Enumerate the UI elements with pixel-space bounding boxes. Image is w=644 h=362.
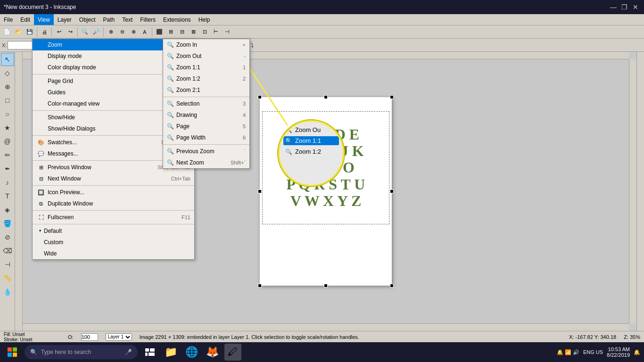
- minimize-button[interactable]: —: [610, 3, 618, 11]
- search-icon: 🔍: [30, 349, 37, 355]
- paint-tool[interactable]: 🪣: [1, 217, 14, 230]
- inkscape-button[interactable]: 🖊: [224, 344, 241, 361]
- spiral-tool[interactable]: @: [1, 135, 14, 148]
- select-tool[interactable]: ↖: [1, 53, 14, 66]
- submenu-drawing[interactable]: 🔍 Drawing 4: [163, 109, 249, 121]
- menu-layer[interactable]: Layer: [54, 14, 75, 25]
- spray-tool[interactable]: ⊘: [1, 230, 14, 244]
- notification-icon[interactable]: 🔔: [634, 349, 640, 355]
- submenu-zoom-in[interactable]: 🔍 Zoom In +: [163, 39, 249, 50]
- gradient-tool[interactable]: ◈: [1, 203, 14, 216]
- menu-item-default[interactable]: • Default: [33, 225, 194, 237]
- menu-item-wide[interactable]: Wide: [33, 248, 194, 259]
- dropper-tool[interactable]: 💧: [1, 285, 14, 298]
- tb-icon4[interactable]: A: [140, 27, 150, 37]
- tb-icon8[interactable]: ⊠: [188, 27, 198, 37]
- menu-item-next-window[interactable]: ⊟ Next Window Ctrl+Tab: [33, 173, 194, 184]
- firefox-button[interactable]: 🦊: [204, 344, 221, 361]
- handle-tm[interactable]: [324, 95, 328, 99]
- handle-tr[interactable]: [390, 95, 394, 99]
- zoom-tool[interactable]: ⊕: [1, 80, 14, 93]
- undo-button[interactable]: ↩: [54, 27, 64, 37]
- eraser-tool[interactable]: ⌫: [1, 244, 14, 257]
- submenu-selection[interactable]: 🔍 Selection 3: [163, 98, 249, 109]
- search-bar[interactable]: 🔍 Type here to search 🎤: [25, 345, 138, 359]
- opacity-input[interactable]: [81, 333, 98, 341]
- handle-br[interactable]: [390, 284, 394, 288]
- layer-select[interactable]: Layer 1: [106, 333, 132, 341]
- coord-display: X: -167.82 Y: 340.18: [569, 334, 616, 340]
- handle-tl[interactable]: [258, 95, 262, 99]
- star-tool[interactable]: ★: [1, 121, 14, 134]
- new-button[interactable]: 📄: [2, 27, 12, 37]
- zoom-in-icon: 🔍: [167, 41, 176, 48]
- print-button[interactable]: 🖨: [39, 27, 50, 37]
- tb-icon9[interactable]: ⊡: [199, 27, 210, 37]
- mag-zoom-1-1-icon: 🔍: [285, 138, 292, 144]
- menu-item-fullscreen[interactable]: ⛶ Fullscreen F11: [33, 212, 194, 223]
- maximize-button[interactable]: ❐: [621, 3, 629, 11]
- menu-item-icon-preview[interactable]: 🔲 Icon Preview...: [33, 187, 194, 198]
- svg-rect-3: [8, 353, 12, 357]
- vertical-ruler: [15, 52, 23, 331]
- pencil-tool[interactable]: ✏: [1, 148, 14, 162]
- explorer-button[interactable]: 📁: [162, 344, 179, 361]
- menu-text[interactable]: Text: [118, 14, 136, 25]
- handle-ml[interactable]: [258, 189, 262, 193]
- magnifier-content: 🔍 Zoom Ou 🔍 Zoom 1:1 🔍 Zoom 1:2: [280, 122, 343, 185]
- tb-icon7[interactable]: ⊟: [177, 27, 187, 37]
- menu-file[interactable]: File: [0, 14, 17, 25]
- submenu-zoom-out[interactable]: 🔍 Zoom Out -: [163, 50, 249, 62]
- pen-tool[interactable]: ✒: [1, 162, 14, 175]
- bullet-icon: •: [36, 228, 44, 234]
- zoom-out-icon: 🔍: [167, 53, 176, 59]
- handle-bm[interactable]: [324, 284, 328, 288]
- submenu-zoom-2-1[interactable]: 🔍 Zoom 2:1: [163, 84, 249, 96]
- rect-tool[interactable]: □: [1, 94, 14, 107]
- taskview-button[interactable]: [141, 344, 158, 361]
- redo-button[interactable]: ↪: [65, 27, 75, 37]
- tb-icon1[interactable]: ⊕: [106, 27, 116, 37]
- tb-icon6[interactable]: ⊞: [165, 27, 176, 37]
- menu-view[interactable]: View: [34, 14, 54, 25]
- duplicate-window-icon: ⧉: [36, 201, 46, 207]
- vertical-scrollbar[interactable]: [629, 59, 636, 323]
- chrome-button[interactable]: 🌐: [183, 344, 200, 361]
- submenu-previous-zoom[interactable]: 🔍 Previous Zoom `: [163, 146, 249, 157]
- fill-info: Fill: Unset: [4, 332, 60, 337]
- windows-start-button[interactable]: [4, 344, 21, 361]
- measure-tool[interactable]: 📏: [1, 272, 14, 285]
- node-tool[interactable]: ◇: [1, 66, 14, 80]
- horizontal-scrollbar[interactable]: [23, 323, 629, 331]
- close-button[interactable]: ✕: [633, 3, 640, 11]
- text-tool[interactable]: T: [1, 189, 14, 203]
- clock: 10:53 AM 8/22/2019: [607, 346, 630, 358]
- menu-object[interactable]: Object: [75, 14, 99, 25]
- menu-extensions[interactable]: Extensions: [159, 14, 195, 25]
- tb-icon2[interactable]: ⊖: [117, 27, 127, 37]
- submenu-zoom-1-2[interactable]: 🔍 Zoom 1:2 2: [163, 73, 249, 84]
- menu-item-custom[interactable]: Custom: [33, 237, 194, 248]
- circle-tool[interactable]: ○: [1, 107, 14, 121]
- connector-tool[interactable]: ⊣: [1, 258, 14, 271]
- calligraphy-tool[interactable]: ♪: [1, 176, 14, 189]
- open-button[interactable]: 📂: [13, 27, 24, 37]
- tb-icon10[interactable]: ⊢: [211, 27, 221, 37]
- submenu-page-width[interactable]: 🔍 Page Width 6: [163, 132, 249, 143]
- submenu-next-zoom[interactable]: 🔍 Next Zoom Shift+`: [163, 157, 249, 168]
- tb-icon11[interactable]: ⊣: [222, 27, 232, 37]
- save-button[interactable]: 💾: [25, 27, 35, 37]
- handle-mr[interactable]: [390, 189, 394, 193]
- tb-icon3[interactable]: ⊗: [128, 27, 139, 37]
- handle-bl[interactable]: [258, 284, 262, 288]
- menu-edit[interactable]: Edit: [17, 14, 34, 25]
- submenu-zoom-1-1[interactable]: 🔍 Zoom 1:1 1: [163, 62, 249, 73]
- menu-item-duplicate-window[interactable]: ⧉ Duplicate Window: [33, 198, 194, 209]
- menu-filters[interactable]: Filters: [136, 14, 159, 25]
- menu-path[interactable]: Path: [99, 14, 119, 25]
- menu-help[interactable]: Help: [195, 14, 214, 25]
- zoom-out-button[interactable]: 🔎: [91, 27, 101, 37]
- zoom-in-button[interactable]: 🔍: [80, 27, 90, 37]
- tb-icon5[interactable]: ⬛: [154, 27, 165, 37]
- submenu-page[interactable]: 🔍 Page 5: [163, 121, 249, 132]
